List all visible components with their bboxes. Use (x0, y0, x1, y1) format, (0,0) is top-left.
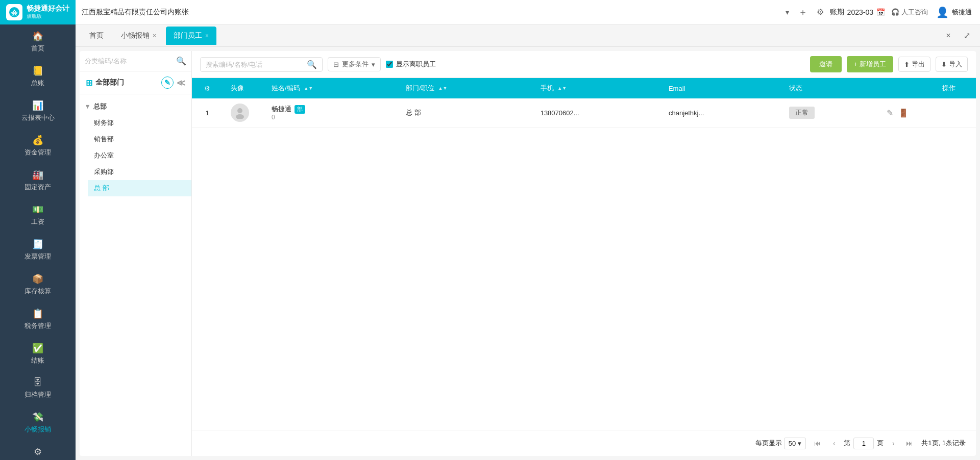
dept-search-icon[interactable]: 🔍 (176, 56, 186, 66)
sidebar-item-capital[interactable]: 💰 资金管理 (0, 129, 76, 163)
sidebar-item-home[interactable]: 🏠 首页 (0, 24, 76, 59)
name-badge: 畅捷通 部 (272, 105, 305, 114)
add-icon[interactable]: ＋ (798, 6, 807, 18)
main-layout: 🏠 首页 📒 总账 📊 云报表中心 💰 资金管理 🏭 固定资产 💵 工资 🧾 发… (0, 24, 980, 460)
add-employee-button[interactable]: + 新增员工 (847, 56, 893, 72)
filter-button[interactable]: ⊟ 更多条件 ▾ (328, 57, 381, 71)
calendar-icon[interactable]: 📅 (876, 8, 885, 16)
account-period-value: 2023-03 (847, 8, 873, 16)
dept-tree-header: ⊞ 全部部门 ✎ ≪ (80, 71, 191, 94)
app-name: 畅捷通好会计 (27, 4, 69, 13)
col-dept-pos[interactable]: 部门/职位 ▲▼ (398, 78, 532, 98)
account-period: 账期 2023-03 📅 (830, 8, 885, 17)
col-name-code[interactable]: 姓名/编码 ▲▼ (263, 78, 398, 98)
sidebar-item-settings[interactable]: ⚙ 基础设置 (0, 440, 76, 460)
dept-item-general[interactable]: 总 部 (88, 180, 191, 196)
sidebar-item-archive[interactable]: 🗄 归档管理 (0, 371, 76, 405)
content-area: 首页 小畅报销 × 部门员工 × × ⤢ 🔍 (76, 24, 980, 460)
sidebar-item-salary[interactable]: 💵 工资 (0, 198, 76, 233)
sidebar-item-invoice[interactable]: 🧾 发票管理 (0, 233, 76, 267)
dept-item-office[interactable]: 办公室 (88, 147, 191, 164)
export-button[interactable]: ⬆ 导出 (898, 57, 930, 72)
dept-edit-button[interactable]: ✎ (161, 76, 174, 89)
row-name-code: 畅捷通 部 0 (263, 98, 398, 127)
sidebar-item-assets[interactable]: 🏭 固定资产 (0, 163, 76, 198)
next-page-button[interactable]: › (887, 437, 900, 450)
dept-item-finance[interactable]: 财务部 (88, 115, 191, 131)
logo-area: 会 畅捷通好会计 旗舰版 (0, 0, 76, 24)
sidebar-item-tax[interactable]: 📋 税务管理 (0, 302, 76, 337)
prev-page-button[interactable]: ‹ (827, 437, 841, 450)
page-content: 🔍 ⊞ 全部部门 ✎ ≪ ▾ (80, 51, 976, 456)
edit-employee-button[interactable]: ✎ (887, 108, 893, 118)
sidebar-item-label: 税务管理 (24, 321, 51, 330)
dept-tree-actions: ✎ ≪ (161, 76, 185, 89)
sidebar-item-label: 归档管理 (24, 390, 51, 399)
col-settings[interactable]: ⚙ (192, 78, 223, 98)
svg-point-2 (237, 108, 242, 113)
sidebar-item-ledger[interactable]: 📒 总账 (0, 59, 76, 94)
dept-search-input[interactable] (85, 57, 173, 65)
dept-root[interactable]: ▾ 总部 (80, 98, 191, 115)
dept-item-sales[interactable]: 销售部 (88, 131, 191, 147)
tab-expense[interactable]: 小畅报销 × (113, 27, 164, 45)
dept-search-area: 🔍 (80, 51, 191, 71)
dept-employee-page: 🔍 ⊞ 全部部门 ✎ ≪ ▾ (80, 51, 976, 456)
dept-item-purchase[interactable]: 采购部 (88, 164, 191, 180)
filter-arrow: ▾ (372, 61, 375, 68)
page-size-dropdown[interactable]: 50 ▾ (784, 438, 806, 449)
import-label: 导入 (949, 60, 962, 69)
user-name: 畅捷通 (952, 8, 972, 17)
sidebar-item-reports[interactable]: 📊 云报表中心 (0, 94, 76, 129)
sidebar-item-inventory[interactable]: 📦 库存核算 (0, 267, 76, 302)
sidebar-item-label: 小畅报销 (24, 425, 51, 434)
tab-controls: × ⤢ (941, 29, 974, 43)
collapse-arrow: ▾ (86, 103, 89, 110)
salary-icon: 💵 (32, 204, 43, 215)
dept-tree: ▾ 总部 财务部 销售部 办公室 (80, 94, 191, 456)
employee-table: ⚙ 头像 姓名/编码 ▲▼ 部门/职位 ▲▼ (192, 78, 976, 430)
dept-general-label: 总 部 (94, 184, 109, 193)
dept-badge: 部 (295, 105, 305, 114)
row-actions: ✎ 🚪 (878, 98, 976, 127)
settings-icon[interactable]: ⚙ (817, 7, 824, 17)
user-area: 👤 畅捷通 (936, 6, 972, 18)
sidebar-item-closing[interactable]: ✅ 结账 (0, 337, 76, 371)
tab-dept-close[interactable]: × (205, 32, 209, 39)
dept-collapse-button[interactable]: ≪ (177, 78, 185, 88)
service-button[interactable]: 🎧 人工咨询 (891, 8, 928, 17)
tab-home[interactable]: 首页 (82, 27, 111, 45)
tab-dept-employee[interactable]: 部门员工 × (166, 27, 216, 45)
expand-window-button[interactable]: ⤢ (960, 29, 974, 43)
user-avatar-icon: 👤 (936, 6, 949, 18)
employee-search-input[interactable] (206, 61, 304, 68)
delete-employee-button[interactable]: 🚪 (898, 108, 909, 118)
row-dept: 总 部 (398, 98, 532, 127)
col-email: Email (660, 78, 781, 98)
first-page-button[interactable]: ⏮ (811, 437, 824, 450)
page-number-input[interactable] (853, 438, 874, 449)
search-icon[interactable]: 🔍 (307, 60, 317, 69)
sidebar-item-label: 发票管理 (24, 252, 51, 261)
last-page-button[interactable]: ⏭ (903, 437, 916, 450)
sort-dept-icon: ▲▼ (438, 86, 448, 91)
show-resigned-checkbox[interactable] (386, 61, 393, 68)
sidebar-item-expense[interactable]: 💸 小畅报销 (0, 405, 76, 440)
sidebar-item-label: 结账 (31, 356, 44, 365)
invite-button[interactable]: 邀请 (810, 56, 842, 72)
settings-side-icon: ⚙ (34, 446, 42, 457)
show-resigned-area: 显示离职员工 (386, 60, 436, 69)
sidebar: 🏠 首页 📒 总账 📊 云报表中心 💰 资金管理 🏭 固定资产 💵 工资 🧾 发… (0, 24, 76, 460)
dropdown-icon[interactable]: ▾ (786, 8, 789, 16)
col-phone[interactable]: 手机 ▲▼ (532, 78, 660, 98)
row-email: chanjethkj... (660, 98, 781, 127)
tab-expense-close[interactable]: × (153, 32, 156, 39)
import-button[interactable]: ⬇ 导入 (936, 57, 968, 72)
employee-code: 0 (272, 114, 389, 121)
logo-text-block: 畅捷通好会计 旗舰版 (27, 4, 69, 20)
status-badge: 正常 (789, 107, 815, 119)
sidebar-item-label: 首页 (31, 44, 44, 53)
invoice-icon: 🧾 (32, 239, 43, 250)
close-window-button[interactable]: × (941, 29, 955, 43)
closing-icon: ✅ (32, 343, 43, 354)
